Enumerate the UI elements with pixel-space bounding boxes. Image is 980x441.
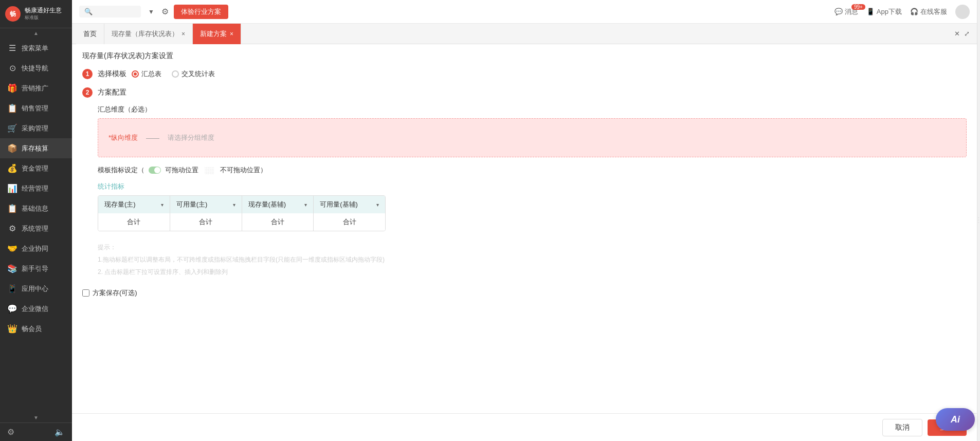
sidebar-item-enterprise[interactable]: 🤝 企业协同 (0, 238, 72, 259)
sidebar-item-member[interactable]: 👑 畅会员 (0, 319, 72, 339)
sidebar-item-basic-info[interactable]: 📋 基础信息 (0, 198, 72, 218)
sidebar-item-label: 销售管理 (22, 104, 48, 113)
tab-inventory-close-icon[interactable]: × (182, 30, 185, 38)
sidebar-item-system[interactable]: ⚙ 系统管理 (0, 218, 72, 238)
stats-col-1[interactable]: 可用量(主) ▾ (170, 196, 242, 213)
page-title: 现存量(库存状况表)方案设置 (82, 51, 967, 61)
logo-icon: 畅 (5, 6, 21, 22)
user-avatar[interactable] (955, 5, 970, 19)
sidebar-item-wechat[interactable]: 💬 企业微信 (0, 299, 72, 319)
draggable-label: 可拖动位置 (165, 166, 198, 175)
quick-nav-icon: ⊙ (7, 63, 17, 73)
sidebar-scroll-down[interactable]: ▼ (0, 413, 72, 422)
sidebar-item-label: 营销推广 (22, 84, 48, 93)
sidebar-item-marketing[interactable]: 🎁 营销推广 (0, 78, 72, 98)
sidebar-item-label: 资金管理 (22, 164, 48, 173)
topbar: 🔍 ▼ ⚙ 体验行业方案 💬 消息 99+ 📱 App下载 🎧 在线客服 (72, 0, 977, 24)
stats-col-3[interactable]: 可用量(基辅) ▾ (314, 196, 385, 213)
dimension-placeholder: 请选择分组维度 (168, 133, 214, 142)
member-icon: 👑 (7, 324, 17, 334)
marketing-icon: 🎁 (7, 83, 17, 93)
stats-section: 统计指标 现存量(主) ▾ 可用量(主) ▾ (98, 182, 967, 233)
section2-number: 2 (82, 87, 93, 98)
inventory-icon: 📦 (7, 143, 17, 153)
stats-col-2-chevron: ▾ (304, 202, 307, 208)
save-checkbox[interactable] (82, 289, 89, 297)
close-panel-icon[interactable]: ✕ (954, 30, 960, 38)
wechat-icon: 💬 (7, 304, 17, 314)
section2-label: 方案配置 (98, 88, 126, 97)
sidebar-item-label: 企业微信 (22, 304, 48, 314)
tab-inventory-label: 现存量（库存状况表） (112, 29, 178, 39)
sidebar-item-label: 企业协同 (22, 244, 48, 253)
trial-button[interactable]: 体验行业方案 (174, 5, 228, 19)
sidebar-item-label: 采购管理 (22, 124, 48, 133)
tab-new-scheme-close-icon[interactable]: × (230, 30, 233, 38)
expand-panel-icon[interactable]: ⤢ (964, 30, 970, 38)
sidebar-item-sales[interactable]: 📋 销售管理 (0, 98, 72, 118)
topbar-gear-icon[interactable]: ⚙ (161, 7, 169, 16)
sidebar-item-label: 快捷导航 (22, 64, 48, 73)
app-label: App下载 (877, 7, 902, 16)
sidebar-nav: ☰ 搜索菜单 ⊙ 快捷导航 🎁 营销推广 📋 销售管理 🛒 采购管理 📦 库存核… (0, 38, 72, 413)
sidebar-item-label: 畅会员 (22, 324, 42, 334)
tips-section: 提示： 1.拖动标题栏可以调整布局，不可跨维度或指标区域拖拽栏目字段(只能在同一… (98, 241, 967, 278)
guide-icon: 📚 (7, 264, 17, 273)
sidebar-scroll-up[interactable]: ▲ (0, 28, 72, 38)
system-icon: ⚙ (7, 224, 17, 233)
stats-col-1-label: 可用量(主) (176, 200, 208, 209)
topbar-app-download[interactable]: 📱 App下载 (866, 7, 902, 16)
sidebar-item-operations[interactable]: 📊 经营管理 (0, 178, 72, 198)
tab-inventory-status[interactable]: 现存量（库存状况表） × (104, 24, 193, 44)
tip-label: 提示： (98, 241, 967, 253)
stats-title: 统计指标 (98, 182, 967, 191)
tab-bar: 首页 现存量（库存状况表） × 新建方案 × ✕ ⤢ (72, 24, 977, 44)
stats-table-body: 合计 合计 合计 合计 (98, 213, 385, 231)
indicator-label-text: 模板指标设定（ (98, 166, 144, 175)
template-summary[interactable]: 汇总表 (132, 69, 161, 79)
sidebar-item-search-menu[interactable]: ☰ 搜索菜单 (0, 38, 72, 58)
topbar-dropdown-button[interactable]: ▼ (146, 7, 156, 16)
dimension-area[interactable]: *纵向维度 —— 请选择分组维度 (98, 118, 967, 157)
tab-home-label: 首页 (83, 29, 97, 39)
template-cross[interactable]: 交叉统计表 (172, 69, 215, 79)
resize-dots: ··· (976, 217, 980, 224)
enterprise-icon: 🤝 (7, 244, 17, 253)
topbar-service[interactable]: 🎧 在线客服 (910, 7, 947, 16)
search-icon: 🔍 (84, 8, 93, 15)
stats-col-0-label: 现存量(主) (104, 200, 136, 209)
sound-icon[interactable]: 🔈 (55, 427, 65, 437)
cross-radio-dot (172, 70, 179, 78)
purchase-icon: 🛒 (7, 123, 17, 133)
section1-number: 1 (82, 69, 93, 79)
sidebar-item-guide[interactable]: 📚 新手引导 (0, 259, 72, 279)
search-input[interactable] (96, 8, 137, 15)
template-radio-group: 汇总表 交叉统计表 (132, 69, 215, 79)
summary-radio-dot (132, 70, 139, 78)
topbar-search-box[interactable]: 🔍 (79, 6, 141, 17)
finance-icon: 💰 (7, 163, 17, 173)
ai-button[interactable]: Ai (936, 408, 975, 431)
sidebar-item-inventory[interactable]: 📦 库存核算 (0, 138, 72, 158)
section-scheme-config: 2 方案配置 汇总维度（必选） *纵向维度 —— 请选择分组维度 模板指标设定（… (82, 87, 967, 278)
indicator-separator: ░░ (205, 167, 214, 174)
cancel-button[interactable]: 取消 (882, 419, 922, 436)
tab-home[interactable]: 首页 (76, 24, 104, 44)
right-resize-handle[interactable]: ··· (977, 0, 980, 441)
indicator-settings: 模板指标设定（ 可拖动位置 ░░ 不可拖动位置） (98, 166, 967, 175)
message-icon: 💬 (834, 8, 843, 15)
stats-col-0[interactable]: 现存量(主) ▾ (98, 196, 170, 213)
settings-icon[interactable]: ⚙ (7, 427, 14, 437)
topbar-message[interactable]: 💬 消息 99+ (834, 7, 858, 16)
sidebar-item-label: 库存核算 (22, 144, 48, 153)
cross-label: 交叉统计表 (182, 69, 215, 79)
stats-col-2[interactable]: 现存量(基辅) ▾ (242, 196, 314, 213)
section1-header: 1 选择模板 汇总表 交叉统计表 (82, 69, 967, 79)
sidebar-item-finance[interactable]: 💰 资金管理 (0, 158, 72, 178)
sidebar-item-purchase[interactable]: 🛒 采购管理 (0, 118, 72, 138)
tab-new-scheme[interactable]: 新建方案 × (193, 24, 241, 44)
not-draggable-label: 不可拖动位置） (220, 166, 267, 175)
sidebar-item-app-center[interactable]: 📱 应用中心 (0, 279, 72, 299)
sidebar-item-quick-nav[interactable]: ⊙ 快捷导航 (0, 58, 72, 78)
draggable-toggle[interactable] (149, 167, 161, 174)
